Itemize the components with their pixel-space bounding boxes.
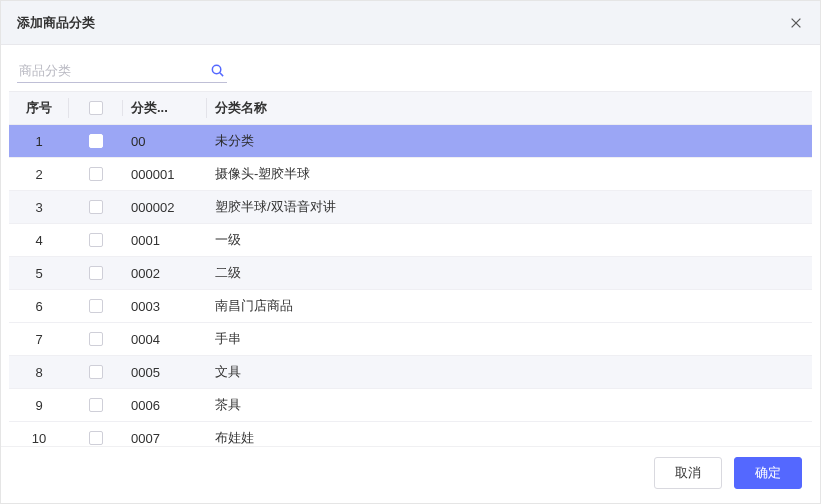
confirm-button[interactable]: 确定	[734, 457, 802, 489]
cell-seq: 8	[9, 358, 69, 387]
cell-name: 摄像头-塑胶半球	[207, 158, 812, 190]
table-row[interactable]: 70004手串	[9, 323, 812, 356]
svg-point-2	[212, 65, 220, 73]
table-row[interactable]: 50002二级	[9, 257, 812, 290]
cell-check	[69, 259, 123, 287]
table-row[interactable]: 100007布娃娃	[9, 422, 812, 446]
cell-check	[69, 325, 123, 353]
cell-check	[69, 226, 123, 254]
cancel-button[interactable]: 取消	[654, 457, 722, 489]
cell-seq: 1	[9, 127, 69, 156]
cell-name: 未分类	[207, 125, 812, 157]
cell-check	[69, 358, 123, 386]
cell-check	[69, 160, 123, 188]
row-checkbox[interactable]	[89, 167, 103, 181]
svg-line-3	[220, 73, 223, 76]
cell-code: 0002	[123, 259, 207, 288]
cell-code: 0007	[123, 424, 207, 447]
cell-name: 一级	[207, 224, 812, 256]
col-seq: 序号	[9, 92, 69, 124]
table-body: 100未分类2000001摄像头-塑胶半球3000002塑胶半球/双语音对讲40…	[9, 125, 812, 446]
close-icon[interactable]	[788, 15, 804, 31]
modal-header: 添加商品分类	[1, 1, 820, 45]
cell-name: 文具	[207, 356, 812, 388]
cell-name: 手串	[207, 323, 812, 355]
table-row[interactable]: 90006茶具	[9, 389, 812, 422]
cell-check	[69, 292, 123, 320]
table-row[interactable]: 40001一级	[9, 224, 812, 257]
table-header-row: 序号 分类... 分类名称	[9, 91, 812, 125]
cell-name: 二级	[207, 257, 812, 289]
table-row[interactable]: 60003南昌门店商品	[9, 290, 812, 323]
search-icon[interactable]	[210, 63, 225, 78]
cell-seq: 2	[9, 160, 69, 189]
row-checkbox[interactable]	[89, 200, 103, 214]
cell-seq: 10	[9, 424, 69, 447]
cell-code: 0006	[123, 391, 207, 420]
table-row[interactable]: 3000002塑胶半球/双语音对讲	[9, 191, 812, 224]
cell-seq: 5	[9, 259, 69, 288]
cell-code: 00	[123, 127, 207, 156]
cell-check	[69, 193, 123, 221]
cell-name: 南昌门店商品	[207, 290, 812, 322]
cell-code: 0001	[123, 226, 207, 255]
cell-seq: 3	[9, 193, 69, 222]
row-checkbox[interactable]	[89, 365, 103, 379]
col-name: 分类名称	[207, 92, 812, 124]
table-row[interactable]: 100未分类	[9, 125, 812, 158]
row-checkbox[interactable]	[89, 233, 103, 247]
row-checkbox[interactable]	[89, 431, 103, 445]
cell-seq: 6	[9, 292, 69, 321]
cell-check	[69, 391, 123, 419]
row-checkbox[interactable]	[89, 299, 103, 313]
search-input[interactable]	[19, 63, 210, 78]
select-all-checkbox[interactable]	[89, 101, 103, 115]
cell-seq: 7	[9, 325, 69, 354]
cell-name: 茶具	[207, 389, 812, 421]
cell-code: 0003	[123, 292, 207, 321]
cell-seq: 9	[9, 391, 69, 420]
cell-name: 布娃娃	[207, 422, 812, 446]
row-checkbox[interactable]	[89, 332, 103, 346]
cell-check	[69, 424, 123, 446]
row-checkbox[interactable]	[89, 134, 103, 148]
add-category-modal: 添加商品分类 序号 分类... 分类名称 100未分类2000001摄像头-塑胶…	[0, 0, 821, 504]
cell-code: 000001	[123, 160, 207, 189]
modal-title: 添加商品分类	[17, 14, 788, 32]
search-field	[17, 59, 227, 83]
toolbar	[1, 45, 820, 91]
cell-code: 0004	[123, 325, 207, 354]
table-row[interactable]: 2000001摄像头-塑胶半球	[9, 158, 812, 191]
category-table: 序号 分类... 分类名称 100未分类2000001摄像头-塑胶半球30000…	[9, 91, 812, 446]
cell-check	[69, 127, 123, 155]
table-row[interactable]: 80005文具	[9, 356, 812, 389]
row-checkbox[interactable]	[89, 398, 103, 412]
cell-seq: 4	[9, 226, 69, 255]
modal-footer: 取消 确定	[1, 446, 820, 503]
row-checkbox[interactable]	[89, 266, 103, 280]
cell-code: 0005	[123, 358, 207, 387]
table-scroll[interactable]: 序号 分类... 分类名称 100未分类2000001摄像头-塑胶半球30000…	[9, 91, 812, 446]
col-check	[69, 94, 123, 122]
col-code: 分类...	[123, 92, 207, 124]
cell-code: 000002	[123, 193, 207, 222]
cell-name: 塑胶半球/双语音对讲	[207, 191, 812, 223]
